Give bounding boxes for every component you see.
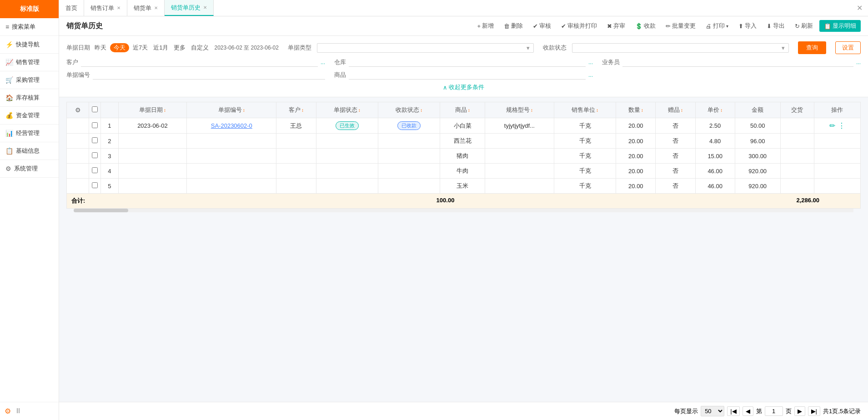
col-collect-status[interactable]: 收款状态↕: [378, 102, 440, 118]
date-yesterday[interactable]: 昨天: [93, 43, 108, 52]
edit-action-btn[interactable]: ✏: [828, 122, 837, 130]
tab-sales-delivery[interactable]: 销货单 ✕: [127, 0, 165, 16]
salesperson-input[interactable]: [622, 58, 853, 67]
sidebar-item-purchase-mgmt[interactable]: 🛒 采购管理: [0, 71, 59, 89]
customer-field: 客户 ...: [66, 58, 325, 67]
sidebar-item-sys-mgmt[interactable]: ⚙ 系统管理: [0, 160, 59, 178]
sidebar-item-finance-mgmt[interactable]: 💰 资金管理: [0, 107, 59, 125]
date-1month[interactable]: 近1月: [151, 43, 170, 52]
col-doc-no[interactable]: 单据编号↕: [187, 102, 276, 118]
batch-change-button[interactable]: ✏ 批量变更: [662, 20, 699, 32]
more-action-btn[interactable]: ⋮: [837, 122, 847, 130]
col-unit-price[interactable]: 单价↕: [695, 102, 735, 118]
export-button[interactable]: ⬇ 导出: [763, 20, 788, 32]
sidebar-item-sales-mgmt[interactable]: 📈 销售管理: [0, 54, 59, 71]
delete-button[interactable]: 🗑 删除: [500, 20, 527, 32]
col-spec[interactable]: 规格型号↕: [485, 102, 554, 118]
next-page-button[interactable]: ▶: [794, 406, 805, 416]
audit-print-button[interactable]: ✔ 审核并打印: [557, 20, 601, 32]
sidebar-item-label: 经营管理: [16, 129, 40, 137]
horizontal-scrollbar[interactable]: [74, 209, 853, 212]
refresh-button[interactable]: ↻ 刷新: [791, 20, 817, 32]
customer-more[interactable]: ...: [321, 59, 325, 65]
setup-button[interactable]: 设置: [835, 41, 861, 54]
tab-sales-delivery-close[interactable]: ✕: [154, 5, 158, 10]
table-cell: [89, 164, 101, 179]
product-more[interactable]: ...: [588, 72, 593, 78]
sidebar-item-basic-info[interactable]: 📋 基础信息: [0, 142, 59, 160]
salesperson-more[interactable]: ...: [856, 59, 861, 65]
doc-no-input[interactable]: [93, 70, 325, 80]
select-all-checkbox[interactable]: [92, 106, 98, 112]
audit-button[interactable]: ✔ 审核: [529, 20, 555, 32]
table-cell: 玉米: [440, 179, 485, 194]
tab-sales-order[interactable]: 销售订单 ✕: [84, 0, 127, 16]
doc-type-select[interactable]: ▾: [317, 43, 534, 53]
sort-qty-icon: ↕: [641, 108, 643, 113]
col-qty[interactable]: 数量↕: [616, 102, 656, 118]
sidebar-item-label: 基础信息: [16, 147, 40, 155]
row-checkbox[interactable]: [92, 182, 98, 188]
import-button[interactable]: ⬆ 导入: [735, 20, 760, 32]
row-checkbox[interactable]: [92, 152, 98, 158]
pagination-bar: 每页显示 50 100 200 |◀ ◀ 第 页 ▶ ▶| 共1页,5条记录: [59, 402, 868, 420]
tab-sales-history[interactable]: 销货单历史 ✕: [165, 0, 214, 16]
page-size-select[interactable]: 50 100 200: [701, 406, 724, 416]
table-cell: [316, 149, 378, 164]
table-row: 2西兰花千克20.00否4.8096.00: [67, 134, 861, 149]
show-detail-button[interactable]: 📋 显示明细: [819, 20, 861, 32]
tab-close-all[interactable]: ✕: [851, 4, 868, 12]
sidebar-item-ops-mgmt[interactable]: 📊 经营管理: [0, 125, 59, 142]
basic-info-icon: 📋: [5, 147, 13, 155]
sidebar-item-quick-nav[interactable]: ⚡ 快捷导航: [0, 36, 59, 54]
table-cell: [118, 164, 187, 179]
show-detail-icon: 📋: [824, 23, 831, 30]
sidebar-item-inventory[interactable]: 🏠 库存核算: [0, 89, 59, 107]
row-checkbox[interactable]: [92, 167, 98, 173]
warehouse-input[interactable]: [349, 58, 586, 67]
show-detail-label: 显示明细: [833, 22, 856, 30]
col-unit[interactable]: 销售单位↕: [554, 102, 616, 118]
new-button[interactable]: + 新增: [473, 20, 497, 32]
collect-status-select[interactable]: ▾: [572, 43, 789, 53]
doc-no-link[interactable]: SA-20230602-0: [211, 122, 252, 129]
abandon-button[interactable]: ✖ 弃审: [603, 20, 629, 32]
sidebar-settings-icon[interactable]: ⚙: [5, 407, 11, 415]
row-checkbox[interactable]: [92, 122, 98, 128]
tab-sales-order-close[interactable]: ✕: [117, 5, 120, 10]
table-cell: 千克: [554, 179, 616, 194]
col-settings[interactable]: ⚙: [67, 102, 89, 118]
sidebar-item-label: 采购管理: [16, 76, 40, 84]
print-button[interactable]: 🖨 打印 ▾: [702, 20, 732, 32]
col-customer[interactable]: 客户↕: [276, 102, 316, 118]
sidebar: 标准版 ≡ 搜索菜单 ⚡ 快捷导航 📈 销售管理 🛒 采购管理 🏠 库存核算 💰…: [0, 0, 59, 420]
tab-home[interactable]: 首页: [59, 0, 84, 16]
collapse-button[interactable]: ∧ 收起更多条件: [443, 83, 484, 91]
last-page-button[interactable]: ▶|: [808, 406, 820, 416]
scrollbar-thumb[interactable]: [74, 209, 128, 212]
date-more[interactable]: 更多: [172, 43, 187, 52]
date-7days[interactable]: 近7天: [131, 43, 150, 52]
date-custom[interactable]: 自定义: [189, 43, 211, 52]
print-label: 打印: [713, 22, 725, 30]
sort-customer-icon: ↕: [301, 108, 304, 113]
customer-input[interactable]: [81, 58, 318, 67]
sidebar-item-search-menu[interactable]: ≡ 搜索菜单: [0, 18, 59, 36]
row-checkbox[interactable]: [92, 137, 98, 143]
col-doc-date[interactable]: 单据日期↕: [118, 102, 187, 118]
col-doc-status[interactable]: 单据状态↕: [316, 102, 378, 118]
sys-mgmt-icon: ⚙: [5, 165, 11, 172]
first-page-button[interactable]: |◀: [727, 406, 739, 416]
prev-page-button[interactable]: ◀: [743, 406, 753, 416]
tab-sales-history-close[interactable]: ✕: [203, 5, 207, 10]
product-input[interactable]: [349, 70, 586, 80]
sidebar-collapse-icon[interactable]: ⏸: [15, 407, 22, 415]
date-today[interactable]: 今天: [110, 43, 129, 52]
warehouse-more[interactable]: ...: [588, 59, 593, 65]
col-product[interactable]: 商品↕: [440, 102, 485, 118]
current-page-input[interactable]: [765, 406, 783, 416]
query-button[interactable]: 查询: [798, 41, 826, 54]
collect-button[interactable]: 💲 收款: [632, 20, 659, 32]
import-label: 导入: [745, 22, 757, 30]
col-gift[interactable]: 赠品↕: [656, 102, 695, 118]
